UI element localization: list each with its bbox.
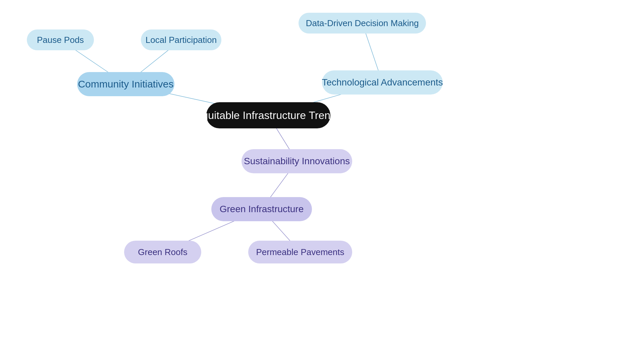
data-driven-node: Data-Driven Decision Making bbox=[299, 13, 426, 34]
sustainability-innovations-node: Sustainability Innovations bbox=[241, 149, 352, 173]
technological-advancements-node: Technological Advancements bbox=[322, 70, 443, 95]
green-roofs-node: Green Roofs bbox=[124, 241, 201, 263]
local-participation-node: Local Participation bbox=[141, 29, 221, 50]
pause-pods-node: Pause Pods bbox=[27, 29, 94, 50]
permeable-pavements-node: Permeable Pavements bbox=[248, 241, 352, 263]
community-initiatives-node: Community Initiatives bbox=[77, 72, 174, 96]
center-node: Equitable Infrastructure Trends bbox=[206, 102, 330, 128]
green-infrastructure-node: Green Infrastructure bbox=[211, 197, 312, 221]
